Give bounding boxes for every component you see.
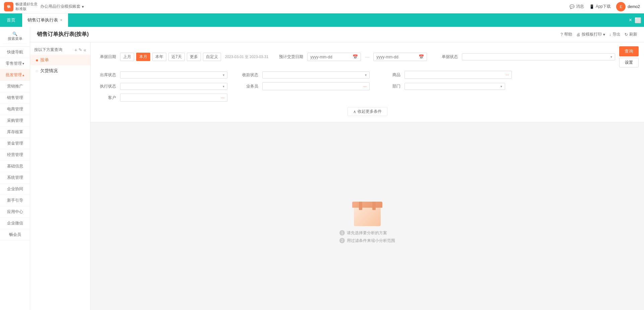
sidebar-item-retail[interactable]: 零售管理 ▾ (0, 58, 30, 69)
collapse-row: ∧ 收起更多条件 (96, 105, 639, 118)
search-button[interactable]: 查询 (619, 46, 639, 56)
refresh-icon: ↻ (625, 32, 628, 37)
main-layout: 🔍 搜索菜单 快捷导航 零售管理 ▾ 批发管理 ▴ 营销推广 销售管理 电商管理… (0, 27, 644, 310)
sidebar-item-wechat[interactable]: 企业微信 (0, 218, 30, 229)
date-btn-more[interactable]: 更多 (187, 53, 201, 61)
empty-hints: 1 请先选择要分析的方案 2 用过滤条件来缩小分析范围 (339, 230, 395, 244)
avatar: E (616, 2, 626, 11)
expected-date-end[interactable]: 📅 (373, 53, 427, 61)
chevron-up-icon: ▴ (22, 73, 24, 77)
tab-close-icon[interactable]: × (60, 18, 62, 22)
product-text-input[interactable] (408, 72, 505, 77)
empty-illustration (347, 189, 387, 226)
refresh-button[interactable]: ↻ 刷新 (625, 32, 637, 37)
sidebar-item-sales[interactable]: 销售管理 (0, 92, 30, 104)
date-btn-this-month[interactable]: 本月 (136, 53, 150, 61)
sidebar-search-item[interactable]: 🔍 搜索菜单 (3, 30, 27, 44)
page-header: 销售订单执行表(按单) ? 帮助 🖨 按模板打印 ▾ ↓ 导出 ↻ 刷新 (30, 27, 644, 42)
date-btn-custom[interactable]: 自定义 (203, 53, 221, 61)
sidebar-item-appcenter[interactable]: 应用中心 (0, 206, 30, 218)
expected-date-start-input[interactable] (310, 55, 351, 59)
filter-row-4: 客户 ··· (96, 94, 639, 102)
empty-box-tab2 (372, 202, 376, 210)
right-content: 单据日期 上月 本月 本年 近7天 更多 自定义 2023-03-01 至 20… (91, 42, 644, 310)
sidebar-item-basic[interactable]: 基础信息 (0, 161, 30, 172)
sidebar-item-marketing[interactable]: 营销推广 (0, 81, 30, 92)
export-button[interactable]: ↓ 导出 (609, 32, 621, 37)
window-close-icon[interactable]: × (629, 17, 632, 23)
date-buttons: 上月 本月 本年 近7天 更多 自定义 (120, 53, 221, 61)
product-more-icon[interactable]: ··· (505, 72, 509, 77)
top-bar: 畅 畅捷通好生意 标准版 办公用品行业模拟账套 ▾ 💬 消息 📱 App下载 E… (0, 0, 644, 13)
exec-arrow-icon: ▾ (223, 85, 224, 88)
split-layout: 按以下方案查询 + ✎ « ● 按单 ○ 欠货情况 (30, 42, 644, 310)
stock-status-select[interactable]: ▾ (120, 71, 227, 79)
app-download-button[interactable]: 📱 App下载 (589, 4, 611, 9)
sidebar-item-inventory[interactable]: 库存核算 (0, 126, 30, 138)
payment-arrow-icon: ▾ (365, 73, 367, 77)
page-title: 销售订单执行表(按单) (37, 31, 89, 38)
logo-icon: 畅 (4, 2, 13, 11)
collapse-up-icon: ∧ (353, 109, 356, 114)
sidebar-item-ecommerce[interactable]: 电商管理 (0, 104, 30, 115)
expected-date-end-input[interactable] (376, 55, 417, 59)
exec-status-select[interactable]: ▾ (120, 83, 227, 90)
collapse-button[interactable]: ∧ 收起更多条件 (347, 107, 387, 116)
edit-scheme-icon[interactable]: ✎ (78, 47, 82, 53)
sidebar-item-purchase[interactable]: 采购管理 (0, 115, 30, 126)
window-maximize-icon[interactable]: ⬜ (635, 17, 641, 23)
template-print-button[interactable]: 🖨 按模板打印 ▾ (576, 32, 605, 37)
salesman-more-icon[interactable]: ··· (363, 84, 367, 89)
tab-bar: 首页 销售订单执行表 × × ⬜ (0, 13, 644, 27)
help-icon: ? (560, 32, 563, 37)
date-btn-last-month[interactable]: 上月 (120, 53, 134, 61)
print-icon: 🖨 (576, 32, 580, 37)
stock-arrow-icon: ▾ (223, 73, 224, 77)
scheme-item-order[interactable]: ● 按单 (30, 55, 90, 65)
dept-arrow-icon: ▾ (500, 85, 502, 88)
product-input[interactable]: ··· (405, 71, 512, 79)
customer-input[interactable]: ··· (120, 94, 227, 102)
user-profile[interactable]: E demo2 (616, 2, 640, 11)
filter-area: 单据日期 上月 本月 本年 近7天 更多 自定义 2023-03-01 至 20… (91, 42, 644, 122)
date-btn-7days[interactable]: 近7天 (168, 53, 185, 61)
expected-date-start[interactable]: 📅 (307, 53, 361, 61)
tab-sales-execution[interactable]: 销售订单执行表 × (22, 13, 68, 27)
chevron-down-icon: ▾ (22, 62, 24, 65)
filter-row-1: 单据日期 上月 本月 本年 近7天 更多 自定义 2023-03-01 至 20… (96, 46, 639, 67)
scheme-item-shortage[interactable]: ○ 欠货情况 (30, 65, 90, 76)
sidebar-item-guide[interactable]: 新手引导 (0, 195, 30, 206)
tab-home[interactable]: 首页 (0, 13, 22, 27)
add-scheme-icon[interactable]: + (74, 47, 77, 53)
sidebar-item-finance[interactable]: 资金管理 (0, 138, 30, 149)
filter-row-2: 出库状态 ▾ 收款状态 ▾ 商品 ··· (96, 71, 639, 79)
breadcrumb: 办公用品行业模拟账套 ▾ (40, 4, 84, 9)
setting-button[interactable]: 设置 (619, 58, 639, 67)
sidebar-shortcut[interactable]: 快捷导航 (0, 47, 30, 58)
payment-status-select[interactable]: ▾ (262, 71, 370, 79)
collapse-panel-icon[interactable]: « (84, 47, 86, 53)
filter-row-3: 执行状态 ▾ 业务员 ··· 部门 ▾ (96, 82, 639, 90)
message-button[interactable]: 💬 消息 (570, 4, 584, 9)
date-btn-this-year[interactable]: 本年 (152, 53, 166, 61)
top-bar-right: 💬 消息 📱 App下载 E demo2 (570, 2, 640, 11)
status-arrow-icon: ▾ (610, 55, 612, 59)
query-actions: 查询 设置 (619, 46, 639, 67)
empty-hint-1: 1 请先选择要分析的方案 (339, 230, 395, 236)
help-button[interactable]: ? 帮助 (560, 32, 572, 37)
empty-state: 1 请先选择要分析的方案 2 用过滤条件来缩小分析范围 (91, 122, 644, 310)
customer-more-icon[interactable]: ··· (221, 95, 224, 100)
sidebar-item-operations[interactable]: 经营管理 (0, 149, 30, 161)
customer-text-input[interactable] (123, 95, 221, 100)
salesman-input[interactable]: ··· (262, 82, 370, 90)
dept-select[interactable]: ▾ (405, 83, 505, 90)
sidebar-item-member[interactable]: 畅会员 (0, 229, 30, 241)
sidebar-item-wholesale[interactable]: 批发管理 ▴ (0, 69, 30, 81)
salesman-text-input[interactable] (265, 84, 363, 89)
left-panel-header: 按以下方案查询 + ✎ « (30, 45, 90, 55)
logo-text: 畅捷通好生意 标准版 (15, 2, 38, 11)
status-select[interactable]: ▾ (462, 53, 615, 60)
scheme-order-icon: ● (36, 57, 38, 63)
sidebar-item-enterprise[interactable]: 企业协同 (0, 184, 30, 195)
sidebar-item-system[interactable]: 系统管理 (0, 172, 30, 184)
